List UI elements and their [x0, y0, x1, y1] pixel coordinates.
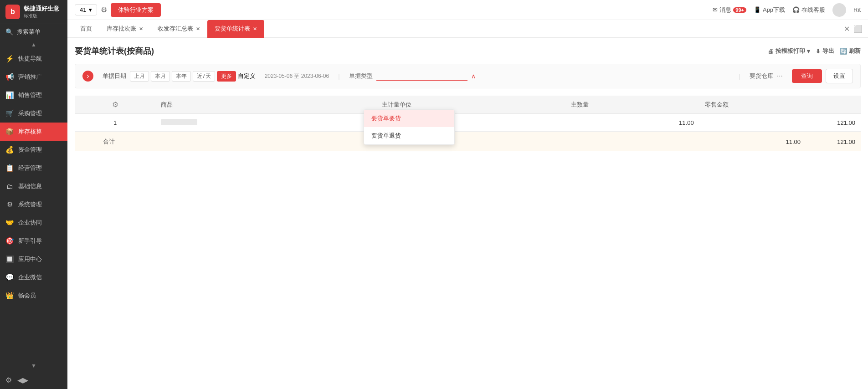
date-btn-prev-month[interactable]: 上月: [130, 71, 149, 82]
dropdown-item-return[interactable]: 要货单退货: [364, 127, 454, 144]
brand-sub: 标准版: [24, 13, 59, 19]
print-btn[interactable]: 🖨 按模板打印 ▾: [768, 47, 810, 55]
footer-quantity: 11.00: [746, 138, 801, 145]
sidebar-item-label: 企业微信: [18, 273, 62, 282]
row-product: [155, 114, 376, 132]
date-btn-7days[interactable]: 近7天: [193, 71, 215, 82]
table-settings-icon[interactable]: ⚙: [112, 101, 118, 108]
query-btn[interactable]: 查询: [792, 69, 822, 83]
sidebar-item-label: 资金管理: [18, 146, 62, 154]
base-info-icon: 🗂: [5, 183, 14, 190]
purchase-icon: 🛒: [5, 109, 14, 118]
trial-btn[interactable]: 体验行业方案: [111, 3, 161, 17]
tabs-bar: 首页 库存批次账 ✕ 收发存汇总表 ✕ 要货单统计表 ✕ ✕ ⬜: [67, 20, 868, 38]
sidebar-item-guide[interactable]: 🎯 新手引导: [0, 232, 67, 250]
header-gear-icon[interactable]: ⚙: [101, 5, 107, 14]
warehouse-more-icon[interactable]: ···: [777, 72, 783, 80]
type-label: 单据类型: [349, 72, 373, 80]
sidebar-item-wechat[interactable]: 💬 企业微信: [0, 268, 67, 287]
sidebar-item-label: 库存核算: [18, 128, 62, 136]
sidebar-item-enterprise[interactable]: 🤝 企业协同: [0, 214, 67, 232]
refresh-btn[interactable]: 🔄 刷新: [840, 47, 861, 55]
sidebar-item-finance[interactable]: 💰 资金管理: [0, 141, 67, 159]
tab-shipment-summary-label: 收发存汇总表: [158, 25, 193, 33]
export-label: 导出: [822, 47, 834, 55]
type-input[interactable]: [376, 72, 467, 81]
dropdown-item-purchase[interactable]: 要货单要货: [364, 110, 454, 127]
sidebar-item-inventory[interactable]: 📦 库存核算: [0, 123, 67, 141]
scroll-up-arrow[interactable]: ▲: [0, 40, 67, 50]
online-service-label: 在线客服: [801, 6, 825, 14]
app-center-icon: 🔲: [5, 255, 14, 263]
sidebar-item-system[interactable]: ⚙ 系统管理: [0, 195, 67, 214]
export-btn[interactable]: ⬇ 导出: [816, 47, 834, 55]
tab-shipment-summary[interactable]: 收发存汇总表 ✕: [150, 20, 207, 38]
sidebar-item-member[interactable]: 👑 畅会员: [0, 287, 67, 305]
brand-name: 畅捷通好生意: [24, 5, 59, 13]
sidebar-item-label: 营销推广: [18, 73, 62, 81]
settings-btn[interactable]: 设置: [826, 69, 853, 83]
row-serial: 1: [75, 114, 155, 132]
sidebar-item-app-center[interactable]: 🔲 应用中心: [0, 250, 67, 268]
type-chevron-up-icon[interactable]: ∧: [471, 72, 476, 80]
tab-requisition-stat-label: 要货单统计表: [215, 25, 250, 33]
col-quantity: 主数量: [565, 96, 699, 114]
mobile-icon: 📱: [754, 6, 761, 13]
tab-home[interactable]: 首页: [73, 20, 99, 38]
date-btn-this-year[interactable]: 本年: [172, 71, 191, 82]
sales-icon: 📊: [5, 91, 14, 99]
online-service-btn[interactable]: 🎧 在线客服: [792, 6, 825, 14]
search-label: 搜索菜单: [17, 28, 41, 36]
sidebar-item-label: 基础信息: [18, 182, 62, 190]
username-label[interactable]: Rit: [853, 6, 861, 13]
app-logo-icon: b: [5, 5, 20, 19]
finance-icon: 💰: [5, 146, 14, 154]
sidebar-footer: ⚙ ◀▶: [0, 371, 67, 389]
type-dropdown-menu: 要货单要货 要货单退货: [364, 109, 455, 145]
header-right: ✉ 消息 99+ 📱 App下载 🎧 在线客服 Rit: [713, 3, 861, 17]
company-selector[interactable]: 41 ▾: [75, 4, 97, 15]
col-amount: 零售金额: [699, 96, 861, 114]
date-label: 单据日期: [103, 72, 126, 80]
maximize-btn[interactable]: ⬜: [853, 25, 863, 33]
filter-actions: 查询 设置: [792, 69, 853, 83]
scroll-down-arrow[interactable]: ▼: [0, 361, 67, 371]
operations-icon: 📋: [5, 164, 14, 172]
tab-inventory-batch-label: 库存批次账: [107, 25, 136, 33]
date-btn-this-month[interactable]: 本月: [151, 71, 170, 82]
inventory-icon: 📦: [5, 128, 14, 136]
sidebar-item-operations[interactable]: 📋 经营管理: [0, 159, 67, 177]
footer-amount: 121.00: [801, 138, 855, 145]
sidebar-item-label: 系统管理: [18, 200, 62, 209]
sidebar-item-marketing[interactable]: 📢 营销推广: [0, 68, 67, 86]
page-title-actions: 🖨 按模板打印 ▾ ⬇ 导出 🔄 刷新: [768, 47, 861, 55]
sidebar-item-purchase[interactable]: 🛒 采购管理: [0, 104, 67, 123]
message-btn[interactable]: ✉ 消息 99+: [713, 6, 746, 14]
warehouse-label: 要货仓库: [750, 72, 773, 80]
sidebar-item-sales[interactable]: 📊 销售管理: [0, 86, 67, 104]
company-count: 41: [80, 6, 86, 13]
tab-inventory-batch[interactable]: 库存批次账 ✕: [99, 20, 150, 38]
sidebar-item-label: 经营管理: [18, 164, 62, 172]
sidebar-item-label: 销售管理: [18, 91, 62, 99]
close-inventory-batch-icon[interactable]: ✕: [139, 26, 143, 32]
sidebar-search[interactable]: 🔍 搜索菜单: [0, 24, 67, 40]
filter-expand-btn[interactable]: ›: [82, 71, 93, 82]
table-container: ⚙ 商品 主计量单位 主数量 零售金额 1 块: [75, 96, 861, 132]
close-window-btn[interactable]: ✕: [844, 25, 850, 33]
filter-bar: › 单据日期 上月 本月 本年 近7天 更多 自定义 2023-05-06 至 …: [75, 64, 861, 88]
tab-requisition-stat[interactable]: 要货单统计表 ✕: [207, 20, 264, 38]
sidebar-item-quick-nav[interactable]: ⚡ 快捷导航: [0, 50, 67, 68]
app-download-btn[interactable]: 📱 App下载: [754, 6, 785, 14]
sidebar-item-base-info[interactable]: 🗂 基础信息: [0, 177, 67, 195]
date-btn-more[interactable]: 更多: [217, 71, 236, 82]
collapse-footer-btn[interactable]: ◀▶: [17, 376, 28, 384]
filter-divider-1: |: [338, 73, 339, 80]
header-left: 41 ▾ ⚙ 体验行业方案: [75, 3, 161, 17]
sidebar-item-label: 企业协同: [18, 219, 62, 227]
close-requisition-stat-icon[interactable]: ✕: [253, 26, 257, 32]
settings-footer-btn[interactable]: ⚙: [5, 376, 12, 384]
print-label: 按模板打印: [776, 47, 805, 55]
close-shipment-summary-icon[interactable]: ✕: [196, 26, 200, 32]
table-footer: 合计 11.00 121.00: [75, 132, 861, 151]
